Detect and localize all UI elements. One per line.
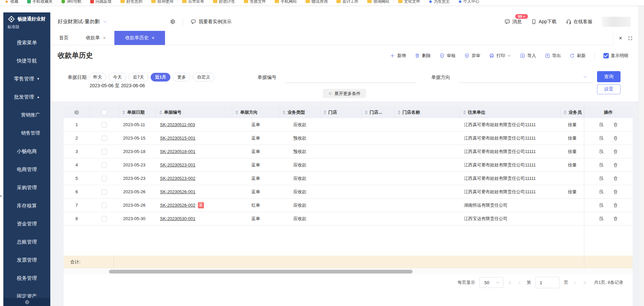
column-header-业务类型[interactable]: 业务类型 — [279, 106, 320, 118]
page-size-select[interactable]: 50 — [479, 277, 503, 288]
delete-icon[interactable] — [613, 189, 618, 195]
column-header-单据编号[interactable]: 单据编号 — [156, 106, 232, 118]
sort-icon[interactable] — [365, 110, 368, 114]
bill-no-link[interactable]: SK-20230515-001 — [160, 136, 196, 141]
sort-icon[interactable] — [463, 110, 466, 114]
bill-no-link[interactable]: SK-20230523-001 — [160, 162, 196, 167]
bookmark-item[interactable]: 文化文件 — [398, 0, 420, 4]
page-scrollbar[interactable] — [638, 6, 644, 306]
tab-收款单历史[interactable]: 收款单历史× — [114, 31, 165, 45]
row-checkbox[interactable] — [90, 145, 119, 158]
sort-icon[interactable] — [564, 110, 567, 114]
column-header-门店...[interactable]: 门店... — [362, 106, 394, 118]
view-detail-icon[interactable] — [599, 162, 604, 168]
delete-icon[interactable] — [613, 149, 618, 154]
settings-gear-icon[interactable] — [170, 19, 175, 24]
query-button[interactable]: 查询 — [597, 71, 621, 82]
导出-button[interactable]: 导出 — [545, 53, 561, 59]
direction-select[interactable] — [459, 73, 593, 83]
delete-icon[interactable] — [613, 162, 618, 168]
sidebar-item-发票管理[interactable]: 发票管理 — [3, 251, 50, 269]
show-detail-checkbox[interactable]: 显示明细 — [603, 53, 628, 59]
view-detail-icon[interactable] — [599, 176, 604, 181]
row-checkbox[interactable] — [90, 185, 119, 198]
刷新-button[interactable]: 刷新 — [570, 53, 586, 59]
delete-icon[interactable] — [613, 136, 618, 141]
column-header-门店[interactable]: 门店 — [320, 106, 362, 118]
fullscreen-icon[interactable] — [628, 36, 633, 41]
sidebar-item-营销推广[interactable]: 营销推广 — [3, 106, 50, 124]
column-header-单据日期[interactable]: 单据日期 — [119, 106, 156, 118]
sort-icon[interactable] — [283, 110, 285, 114]
row-checkbox[interactable] — [90, 118, 119, 131]
sidebar-item-小畅电商[interactable]: 小畅电商 — [3, 142, 50, 160]
tab-close-icon[interactable]: × — [103, 35, 106, 41]
column-header-门店名称[interactable]: 门店名称 — [394, 106, 460, 118]
bookmark-item[interactable]: 问题反馈 — [90, 0, 112, 4]
sidebar-item-采购管理[interactable]: 采购管理 — [3, 178, 50, 197]
expand-more-filters-button[interactable]: 展开更多条件 — [323, 89, 366, 98]
bookmark-item[interactable]: 360导航 — [61, 0, 82, 4]
bookmark-item[interactable]: ◆个人中心 — [459, 0, 479, 4]
view-detail-icon[interactable] — [599, 189, 604, 195]
审核-button[interactable]: 审核 — [439, 53, 455, 59]
打印-button[interactable]: 打印 — [489, 53, 511, 59]
next-page-button[interactable] — [573, 280, 578, 285]
view-detail-icon[interactable] — [599, 136, 604, 141]
view-detail-icon[interactable] — [599, 122, 604, 128]
row-checkbox[interactable] — [90, 132, 119, 145]
bookmark-item[interactable]: 手机收藏夹 — [27, 0, 53, 4]
sidebar-item-零售管理[interactable]: 零售管理▼ — [3, 70, 50, 88]
新增-button[interactable]: 新增 — [390, 53, 406, 59]
sort-icon[interactable] — [324, 110, 326, 114]
删除-button[interactable]: 删除 — [415, 53, 431, 59]
sidebar-item-批发管理[interactable]: 批发管理▲ — [3, 88, 50, 106]
settings-button[interactable]: 设置 — [597, 84, 621, 94]
date-preset-更多[interactable]: 更多 — [173, 73, 190, 82]
tab-close-icon[interactable]: × — [152, 35, 154, 41]
delete-icon[interactable] — [613, 122, 618, 128]
sidebar-item-税务管理[interactable]: 税务管理 — [3, 269, 50, 287]
bookmark-item[interactable]: 手机网站 — [275, 0, 297, 4]
导入-button[interactable]: 导入 — [520, 53, 536, 59]
tab-收款单[interactable]: 收款单× — [77, 31, 114, 45]
bill-no-link[interactable]: SK-20230511-003 — [160, 122, 195, 127]
bookmark-item[interactable]: 好生意的 — [120, 0, 143, 4]
column-settings-gear-icon[interactable] — [64, 106, 90, 118]
sidebar-item-电商管理[interactable]: 电商管理 — [3, 160, 50, 178]
row-checkbox[interactable] — [90, 172, 119, 185]
sidebar-settings-button[interactable] — [3, 298, 50, 306]
column-header-单据方向[interactable]: 单据方向 — [232, 106, 279, 118]
delete-icon[interactable] — [613, 203, 618, 208]
user-avatar[interactable] — [602, 17, 631, 27]
first-page-button[interactable] — [508, 280, 513, 285]
bookmark-item[interactable]: 生效文件 — [244, 0, 266, 4]
date-preset-今天[interactable]: 今天 — [109, 73, 126, 82]
sidebar-item-搜索菜单[interactable]: 搜索菜单 — [3, 34, 50, 52]
column-header-往来单位[interactable]: 往来单位 — [460, 106, 560, 118]
bill-no-link[interactable]: SK-20230526-001 — [160, 189, 196, 194]
horizontal-scrollbar[interactable] — [64, 268, 633, 274]
sidebar-item-资金管理[interactable]: 资金管理 — [3, 215, 50, 233]
view-detail-icon[interactable] — [599, 203, 604, 208]
horizontal-scrollbar-thumb[interactable] — [109, 270, 413, 273]
row-checkbox[interactable] — [90, 212, 119, 225]
bill-no-link[interactable]: SK-20230523-002 — [160, 176, 196, 181]
messages-button[interactable]: 消息 99 + — [504, 19, 522, 25]
sidebar-item-销售管理[interactable]: 销售管理 — [3, 124, 50, 142]
date-preset-自定义[interactable]: 自定义 — [193, 73, 214, 82]
online-support-button[interactable]: 在线客服 — [566, 19, 592, 25]
bill-no-input[interactable] — [285, 73, 416, 83]
demo-link[interactable]: 我要看实例演示 — [191, 19, 231, 25]
view-detail-icon[interactable] — [599, 216, 604, 221]
close-icon[interactable]: × — [619, 35, 622, 42]
select-all-checkbox[interactable] — [90, 106, 119, 118]
弃审-button[interactable]: 弃审 — [464, 53, 480, 59]
bookmark-item[interactable]: 物流查询 — [306, 0, 328, 4]
prev-page-button[interactable] — [517, 280, 522, 285]
page-number-input[interactable] — [535, 277, 559, 288]
bookmark-item[interactable]: 百市宣布 — [182, 0, 204, 4]
view-detail-icon[interactable] — [599, 149, 604, 154]
bill-no-link[interactable]: SK-20230526-002 — [160, 203, 196, 208]
last-page-button[interactable] — [582, 280, 587, 285]
